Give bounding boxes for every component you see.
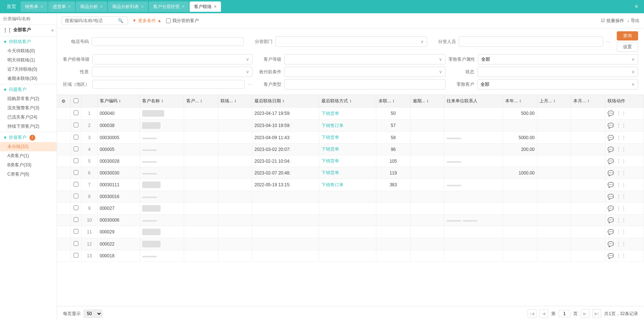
- action-chat-icon[interactable]: 💬: [608, 182, 614, 188]
- sidebar-group-problem[interactable]: ▼ 问题客户: [0, 85, 57, 94]
- per-page-select[interactable]: 50 20 100: [84, 310, 102, 318]
- action-grid-icon[interactable]: ⋮⋮: [616, 170, 626, 176]
- filter-customer-level-select[interactable]: ∨: [284, 54, 445, 64]
- next-page-button[interactable]: ▶: [581, 309, 590, 318]
- action-grid-icon[interactable]: ⋮⋮: [616, 110, 626, 116]
- th-code[interactable]: 客户编码 ↕: [97, 95, 140, 107]
- action-chat-icon[interactable]: 💬: [608, 170, 614, 176]
- sidebar-item-churn-warning[interactable]: 流失预警客户(3): [0, 103, 57, 113]
- filter-nature-select[interactable]: ∨: [92, 67, 253, 77]
- th-last-month[interactable]: 上月... ↕: [537, 95, 571, 107]
- sidebar-group-waiting[interactable]: ▼ 待联络客户: [0, 37, 57, 46]
- th-name[interactable]: 客户名称 ↕: [140, 95, 184, 107]
- action-chat-icon[interactable]: 💬: [608, 241, 614, 247]
- filter-search-input[interactable]: [65, 18, 116, 23]
- filter-manager-dots[interactable]: ···: [606, 39, 611, 44]
- tab-product-analysis-list[interactable]: 商品分析列表 ×: [108, 1, 148, 12]
- row-settings[interactable]: [57, 132, 70, 144]
- action-grid-icon[interactable]: ⋮⋮: [616, 147, 626, 152]
- batch-operate-button[interactable]: ☑ 批量操作: [601, 18, 624, 24]
- filter-search-icon[interactable]: 🔍: [118, 18, 123, 23]
- row-last-contact-method[interactable]: [319, 202, 376, 215]
- th-contacts[interactable]: 往来单位联系人: [444, 95, 503, 107]
- window-close-button[interactable]: ×: [632, 3, 641, 10]
- row-last-contact-method[interactable]: 下销货单: [319, 107, 376, 120]
- tab-purchase-close[interactable]: ×: [68, 4, 71, 9]
- filter-retail-customer-select[interactable]: 全部 ∨: [477, 79, 638, 89]
- tab-customer-contact-close[interactable]: ×: [214, 4, 217, 9]
- filter-customer-type-select[interactable]: [284, 79, 445, 89]
- action-grid-icon[interactable]: ⋮⋮: [616, 229, 626, 235]
- row-last-contact-method[interactable]: 下销货单: [319, 132, 376, 144]
- row-settings[interactable]: [57, 238, 70, 250]
- row-checkbox[interactable]: [74, 253, 78, 258]
- action-grid-icon[interactable]: ⋮⋮: [616, 123, 626, 128]
- filter-region-input[interactable]: [92, 80, 245, 89]
- row-checkbox[interactable]: [74, 135, 78, 140]
- row-settings[interactable]: [57, 155, 70, 167]
- action-chat-icon[interactable]: 💬: [608, 135, 614, 141]
- row-last-contact-method[interactable]: 下销货单: [319, 167, 376, 179]
- row-last-contact-method[interactable]: 下销售订单: [319, 179, 376, 191]
- tab-product-analysis-close[interactable]: ×: [100, 4, 103, 9]
- row-last-contact-method[interactable]: 下销货单: [319, 155, 376, 167]
- row-checkbox[interactable]: [74, 123, 78, 127]
- row-checkbox[interactable]: [74, 205, 78, 210]
- row-last-contact-method[interactable]: 下销售订单: [319, 120, 376, 132]
- th-settings[interactable]: ⚙: [57, 95, 70, 107]
- th-type[interactable]: 客户... ↕: [184, 95, 218, 107]
- row-checkbox[interactable]: [74, 194, 78, 198]
- filter-department-select[interactable]: ∨: [275, 36, 427, 47]
- row-checkbox[interactable]: [74, 170, 78, 175]
- tab-sales[interactable]: 销售单 ×: [21, 1, 47, 12]
- row-last-contact-method[interactable]: [319, 250, 376, 262]
- filter-my-customers-checkbox[interactable]: [166, 18, 171, 23]
- filter-manager-select[interactable]: [459, 36, 603, 47]
- action-chat-icon[interactable]: 💬: [608, 253, 614, 259]
- tab-product-analysis-list-close[interactable]: ×: [141, 4, 144, 9]
- tab-purchase[interactable]: 进货单 ×: [48, 1, 75, 12]
- tab-customer-contact[interactable]: 客户联络 ×: [190, 1, 221, 12]
- action-chat-icon[interactable]: 💬: [608, 158, 614, 164]
- filter-price-level-select[interactable]: ∨: [92, 54, 253, 64]
- row-settings[interactable]: [57, 191, 70, 202]
- sidebar-group-value[interactable]: ▼ 价值客户 !: [0, 133, 57, 142]
- action-chat-icon[interactable]: 💬: [608, 217, 614, 223]
- filter-retail-attr-select[interactable]: 全部 ∨: [478, 54, 638, 64]
- action-chat-icon[interactable]: 💬: [608, 229, 614, 235]
- sidebar-item-churned[interactable]: 已流失客户(24): [0, 113, 57, 122]
- sidebar-item-class-c[interactable]: C类客户(6): [0, 170, 57, 179]
- sidebar-collapse-icon[interactable]: «: [51, 28, 54, 33]
- row-checkbox[interactable]: [74, 241, 78, 246]
- action-chat-icon[interactable]: 💬: [608, 147, 614, 152]
- first-page-button[interactable]: |◀: [528, 309, 536, 318]
- sidebar-item-declining[interactable]: 持续下滑客户(2): [0, 122, 57, 131]
- th-no-contact[interactable]: 未联... ↕: [376, 95, 410, 107]
- th-contact[interactable]: 联络... ↕: [218, 95, 252, 107]
- action-grid-icon[interactable]: ⋮⋮: [616, 194, 626, 200]
- sidebar-item-7days-waiting[interactable]: 近7天待联络(0): [0, 65, 57, 74]
- row-last-contact-method[interactable]: 下销货单: [319, 144, 376, 155]
- row-checkbox[interactable]: [74, 158, 78, 163]
- sidebar-item-tomorrow-waiting[interactable]: 明天待联络(1): [0, 56, 57, 65]
- row-settings[interactable]: [57, 250, 70, 262]
- sidebar-item-class-a[interactable]: A类客户(1): [0, 151, 57, 160]
- action-grid-icon[interactable]: ⋮⋮: [616, 217, 626, 223]
- tab-home[interactable]: 首页: [3, 3, 20, 10]
- th-checkbox[interactable]: [70, 95, 81, 107]
- row-settings[interactable]: [57, 202, 70, 215]
- tab-customer-segment[interactable]: 客户分层经营 ×: [149, 1, 189, 12]
- row-settings[interactable]: [57, 167, 70, 179]
- prev-page-button[interactable]: ◀: [539, 309, 548, 318]
- row-settings[interactable]: [57, 120, 70, 132]
- row-settings[interactable]: [57, 226, 70, 238]
- th-last-contact-method[interactable]: 最后联络方式 ↕: [319, 95, 376, 107]
- tab-sales-close[interactable]: ×: [41, 4, 43, 9]
- sidebar-item-abnormal[interactable]: 回购异常客户(2): [0, 94, 57, 103]
- action-grid-icon[interactable]: ⋮⋮: [616, 135, 626, 141]
- row-settings[interactable]: [57, 144, 70, 155]
- row-last-contact-method[interactable]: [319, 215, 376, 226]
- search-button[interactable]: 查询: [617, 31, 638, 40]
- action-grid-icon[interactable]: ⋮⋮: [616, 205, 626, 211]
- sidebar-item-today-waiting[interactable]: 今天待联络(0): [0, 46, 57, 56]
